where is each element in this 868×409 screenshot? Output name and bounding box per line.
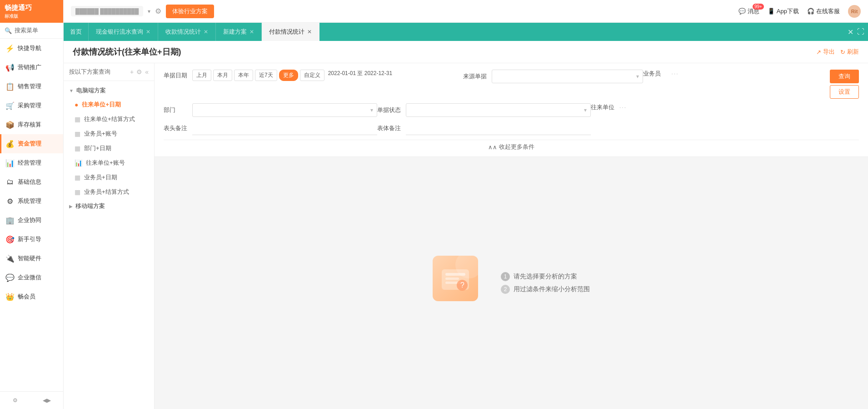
scheme-collapse-icon[interactable]: « <box>145 68 149 76</box>
service-label: 在线客服 <box>816 7 840 15</box>
sidebar-item-basic-info[interactable]: 🗂 基础信息 <box>0 172 63 192</box>
purchase-icon: 🛒 <box>6 101 14 110</box>
scheme-add-icon[interactable]: + <box>130 68 134 76</box>
tab-home-label: 首页 <box>70 28 82 36</box>
empty-svg: ? <box>437 260 474 297</box>
service-btn[interactable]: 🎧 在线客服 <box>807 7 840 15</box>
date-btn-this-month[interactable]: 本月 <box>213 70 232 81</box>
sidebar-item-enterprise[interactable]: 🏢 企业协同 <box>0 211 63 230</box>
refresh-btn[interactable]: ↻ 刷新 <box>840 48 859 56</box>
member-icon: 👑 <box>6 293 14 301</box>
address-bar[interactable]: ██████ ██████████ <box>71 6 143 16</box>
sidebar-item-label: 经营管理 <box>18 159 41 167</box>
date-btn-this-year[interactable]: 本年 <box>234 70 253 81</box>
dept-label: 部门 <box>164 106 189 114</box>
doc-status-select-arrow-icon: ▾ <box>584 107 587 113</box>
sidebar-item-guide[interactable]: 🎯 新手引导 <box>0 230 63 249</box>
collapse-bottom-btn[interactable]: ◀▶ <box>39 395 55 405</box>
search-menu[interactable]: 🔍 搜索菜单 <box>0 23 63 39</box>
doc-status-select[interactable]: ▾ <box>406 103 591 117</box>
tab-maximize-icon[interactable]: ⛶ <box>857 28 864 36</box>
message-icon: 💬 <box>738 8 746 15</box>
filter-row-3: 表头备注 表体备注 <box>164 121 859 135</box>
date-btn-last-month[interactable]: 上月 <box>192 70 211 81</box>
search-icon: 🔍 <box>5 27 12 34</box>
tab-new-scheme-close-icon[interactable]: ✕ <box>249 29 254 35</box>
tab-home[interactable]: 首页 <box>64 23 89 41</box>
scheme-item-unit-settle[interactable]: ▦ 往来单位+结算方式 <box>64 112 154 126</box>
desktop-group-arrow: ▼ <box>69 88 74 93</box>
tab-bar-controls: ✕ ⛶ <box>848 23 868 41</box>
scheme-item-unit-date[interactable]: ● 往来单位+日期 <box>64 97 154 112</box>
date-label: 单据日期 <box>164 71 189 80</box>
tab-close-all-icon[interactable]: ✕ <box>848 28 853 36</box>
app-label: App下载 <box>777 7 799 15</box>
scheme-settings-icon[interactable]: ⚙ <box>136 68 142 76</box>
scheme-item-unit-account[interactable]: 📊 往来单位+账号 <box>64 156 154 170</box>
sidebar-item-purchase[interactable]: 🛒 采购管理 <box>0 96 63 115</box>
unit-account-icon: 📊 <box>75 159 82 167</box>
sidebar-item-marketing[interactable]: 📢 营销推广 <box>0 58 63 77</box>
note-body-label: 表体备注 <box>377 124 402 132</box>
settings-bottom-btn[interactable]: ⚙ <box>9 395 21 405</box>
scheme-group-desktop[interactable]: ▼ 电脑端方案 <box>64 84 154 97</box>
scheme-item-staff-date[interactable]: ▦ 业务员+日期 <box>64 170 154 185</box>
unit-date-icon: ● <box>75 101 78 108</box>
sidebar-item-member[interactable]: 👑 畅会员 <box>0 287 63 306</box>
scheme-group-mobile[interactable]: ▶ 移动端方案 <box>64 199 154 213</box>
header-gear-icon[interactable]: ⚙ <box>155 7 161 15</box>
tab-bank-flow-close-icon[interactable]: ✕ <box>146 29 150 35</box>
query-btn[interactable]: 查询 <box>830 70 859 83</box>
note-body-input[interactable] <box>406 121 591 135</box>
scheme-item-staff-settle[interactable]: ▦ 业务员+结算方式 <box>64 185 154 199</box>
message-btn[interactable]: 💬 消息 99+ <box>738 7 759 15</box>
scheme-item-label: 业务员+账号 <box>84 130 117 138</box>
mobile-group-arrow: ▶ <box>69 204 73 209</box>
logo-text: 畅捷通巧 <box>5 4 32 12</box>
scheme-item-staff-account[interactable]: ▦ 业务员+账号 <box>64 126 154 141</box>
user-avatar[interactable]: Rit <box>848 5 861 18</box>
tab-payment-stat[interactable]: 付款情况统计 ✕ <box>262 23 319 41</box>
address-chevron-icon[interactable]: ▾ <box>148 8 150 15</box>
sidebar-item-operation[interactable]: 📊 经营管理 <box>0 153 63 172</box>
sidebar-item-wechat[interactable]: 💬 企业微信 <box>0 268 63 287</box>
scheme-item-dept-date[interactable]: ▦ 部门+日期 <box>64 141 154 156</box>
note-header-input[interactable] <box>192 121 377 135</box>
sidebar-item-smart-hw[interactable]: 🔌 智能硬件 <box>0 249 63 268</box>
sidebar-item-finance[interactable]: 💰 资金管理 <box>0 134 63 153</box>
date-btn-last-7-days[interactable]: 近7天 <box>255 70 277 81</box>
tab-payment-stat-close-icon[interactable]: ✕ <box>307 29 312 35</box>
sidebar-item-label: 营销推广 <box>18 63 41 71</box>
sidebar-item-label: 资金管理 <box>18 140 41 148</box>
search-menu-label: 搜索菜单 <box>15 26 38 35</box>
dept-select-arrow-icon: ▾ <box>370 107 373 113</box>
tab-receipt-stat-close-icon[interactable]: ✕ <box>204 29 208 35</box>
settings-btn[interactable]: 设置 <box>830 85 859 99</box>
page-title: 付款情况统计(往来单位+日期) <box>73 46 181 57</box>
wechat-icon: 💬 <box>6 273 14 282</box>
export-btn[interactable]: ↗ 导出 <box>816 48 835 56</box>
service-icon: 🎧 <box>807 8 814 15</box>
sidebar-item-sales[interactable]: 📋 销售管理 <box>0 77 63 96</box>
tip-num-2: 2 <box>501 285 510 294</box>
app-download-btn[interactable]: 📱 App下载 <box>768 7 799 15</box>
filter-field-date: 单据日期 上月 本月 本年 近7天 更多 自定义 2022-01-01 至 20… <box>164 70 463 81</box>
sidebar-item-quick-nav[interactable]: ⚡ 快捷导航 <box>0 39 63 58</box>
enterprise-icon: 🏢 <box>6 216 14 224</box>
trial-btn[interactable]: 体验行业方案 <box>166 5 214 18</box>
date-btn-custom[interactable]: 自定义 <box>300 70 324 81</box>
staff-account-icon: ▦ <box>75 130 80 137</box>
sidebar-item-inventory[interactable]: 📦 库存核算 <box>0 115 63 134</box>
collapse-more-btn[interactable]: ∧∧ 收起更多条件 <box>164 140 859 154</box>
dept-select[interactable]: ▾ <box>192 103 377 117</box>
sidebar-item-system[interactable]: ⚙ 系统管理 <box>0 192 63 211</box>
tab-receipt-stat[interactable]: 收款情况统计 ✕ <box>158 23 216 41</box>
filter-field-dept: 部门 ▾ <box>164 103 377 117</box>
unit-settle-icon: ▦ <box>75 116 80 123</box>
tab-bank-flow[interactable]: 现金银行流水查询 ✕ <box>89 23 158 41</box>
date-btn-more[interactable]: 更多 <box>279 70 298 81</box>
source-select[interactable]: ▾ <box>492 70 643 83</box>
guide-icon: 🎯 <box>6 235 14 243</box>
mobile-group-label: 移动端方案 <box>75 202 105 210</box>
tab-new-scheme[interactable]: 新建方案 ✕ <box>216 23 262 41</box>
